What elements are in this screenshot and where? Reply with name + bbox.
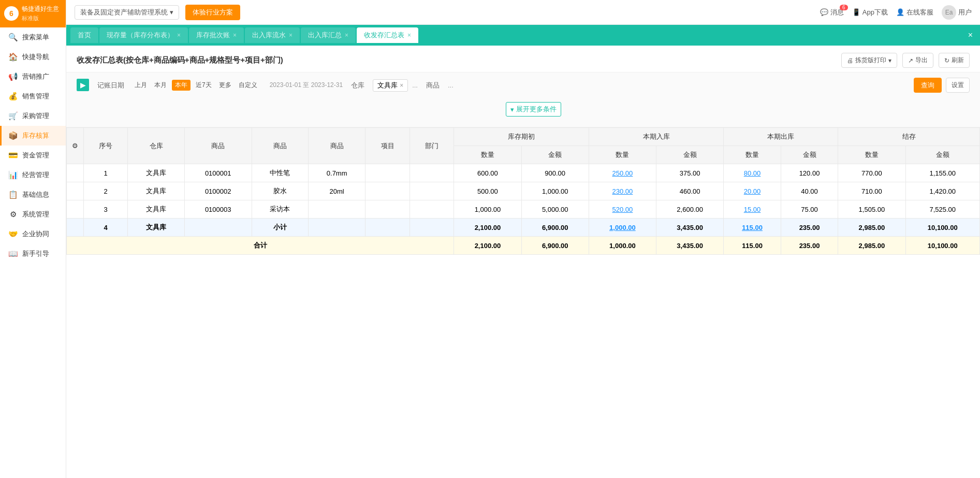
sidebar-item-sales[interactable]: 💰销售管理	[0, 86, 66, 106]
user-label: 用户	[958, 8, 972, 17]
table-cell: 6,900.00	[521, 219, 589, 237]
sidebar-item-label: 经营管理	[22, 170, 49, 180]
sidebar-item-finance[interactable]: 💳资金管理	[0, 146, 66, 165]
col-bal-amt-header: 金额	[905, 146, 980, 164]
base-info-icon: 📋	[8, 190, 18, 199]
tab-inventory-dist[interactable]: 现存量（库存分布表）×	[99, 27, 188, 43]
chevron-down-icon: ▾	[888, 57, 891, 64]
export-button[interactable]: ↗ 导出	[902, 53, 933, 68]
expand-conditions-button[interactable]: ▾ 展开更多条件	[506, 102, 561, 117]
print-button[interactable]: 🖨 拣货版打印 ▾	[841, 53, 897, 68]
table-cell[interactable]: 115.00	[724, 219, 781, 237]
message-badge: 6	[840, 5, 848, 10]
goods-label: 商品	[426, 81, 440, 90]
date-btn-custom[interactable]: 自定义	[237, 80, 259, 91]
table-cell: 600.00	[454, 164, 521, 182]
refresh-button[interactable]: ↻ 刷新	[939, 53, 970, 68]
tab-close-flow[interactable]: ×	[289, 32, 292, 39]
sidebar-item-business[interactable]: 📊经营管理	[0, 165, 66, 185]
table-cell	[365, 219, 409, 237]
table-row: 1文具库0100001中性笔0.7mm600.00900.00250.00375…	[67, 164, 980, 182]
sidebar-item-enterprise[interactable]: 🤝企业协同	[0, 224, 66, 244]
table-cell: 235.00	[781, 219, 838, 237]
purchase-icon: 🛒	[8, 111, 18, 121]
table-cell[interactable]: 1,000.00	[589, 219, 656, 237]
footer-out-qty: 115.00	[724, 237, 781, 255]
tab-close-summary[interactable]: ×	[345, 32, 348, 39]
date-btn-7days[interactable]: 近7天	[194, 80, 214, 91]
footer-in-qty: 1,000.00	[589, 237, 656, 255]
date-btn-this-month[interactable]: 本月	[152, 80, 169, 91]
tabbar-close-all[interactable]: ×	[965, 31, 976, 40]
footer-label: 合计	[67, 237, 454, 255]
app-download-item[interactable]: 📱 App下载	[852, 8, 888, 17]
col-in-qty-header: 数量	[589, 146, 656, 164]
col-dept-header: 部门	[409, 128, 454, 164]
sidebar-item-marketing[interactable]: 📢营销推广	[0, 67, 66, 86]
col-in-amt-header: 金额	[656, 146, 724, 164]
table-cell: 3,435.00	[656, 219, 724, 237]
date-btn-more[interactable]: 更多	[217, 80, 233, 91]
table-cell[interactable]: 80.00	[724, 164, 781, 182]
table-cell: 0.7mm	[308, 164, 365, 182]
print-icon: 🖨	[847, 57, 853, 64]
table-cell[interactable]: 250.00	[589, 164, 656, 182]
sidebar-item-quick-nav[interactable]: 🏠快捷导航	[0, 47, 66, 67]
finance-icon: 💳	[8, 151, 18, 160]
tab-close-inventory-dist[interactable]: ×	[177, 32, 181, 39]
date-btn-last-month[interactable]: 上月	[133, 80, 149, 91]
warehouse-more[interactable]: ...	[412, 81, 418, 89]
date-btn-this-year[interactable]: 本年	[172, 80, 191, 91]
table-row: 3文具库0100003采访本1,000.005,000.00520.002,60…	[67, 200, 980, 219]
sidebar-item-search[interactable]: 🔍搜索菜单	[0, 27, 66, 47]
topbar-right: 💬 消息 6 📱 App下载 👤 在线客服 Ea 用户	[820, 5, 972, 20]
enterprise-icon: 🤝	[8, 229, 18, 239]
sidebar-item-base-info[interactable]: 📋基础信息	[0, 185, 66, 205]
footer-bal-amt: 10,100.00	[905, 237, 980, 255]
table-cell: 460.00	[656, 182, 724, 200]
sidebar-item-inventory[interactable]: 📦库存核算	[0, 126, 66, 146]
table-cell	[67, 164, 84, 182]
tab-summary[interactable]: 出入库汇总×	[301, 27, 356, 43]
user-item[interactable]: Ea 用户	[942, 5, 972, 20]
sidebar-item-label: 销售管理	[22, 92, 49, 101]
col-settings-header[interactable]: ⚙	[67, 128, 84, 164]
tab-recv-send[interactable]: 收发存汇总表×	[357, 27, 418, 43]
table-cell	[409, 182, 454, 200]
table-cell[interactable]: 230.00	[589, 182, 656, 200]
settings-button[interactable]: 设置	[946, 78, 970, 93]
goods-more[interactable]: ...	[448, 81, 454, 89]
table-cell: 7,525.00	[905, 200, 980, 219]
data-table: ⚙ 序号 仓库 商品 商品 商品 项目 部门 库存期初 本期入库 本期出库 结存	[66, 127, 980, 255]
experience-button[interactable]: 体验行业方案	[185, 5, 240, 20]
table-cell[interactable]: 20.00	[724, 182, 781, 200]
system-icon: ⚙	[8, 210, 18, 219]
tab-close-batch-ledger[interactable]: ×	[233, 32, 237, 39]
tab-flow[interactable]: 出入库流水×	[245, 27, 300, 43]
col-code-header: 商品	[184, 128, 252, 164]
table-cell[interactable]: 520.00	[589, 200, 656, 219]
table-cell: 文具库	[128, 200, 184, 219]
system-selector[interactable]: 装备及固定资产辅助管理系统 ▾	[75, 5, 179, 20]
col-spec-header: 商品	[308, 128, 365, 164]
online-service-item[interactable]: 👤 在线客服	[896, 8, 933, 17]
online-service-label: 在线客服	[906, 8, 933, 17]
col-no-header: 序号	[84, 128, 128, 164]
warehouse-tag-close[interactable]: ×	[400, 82, 403, 89]
col-open-qty-header: 数量	[454, 146, 521, 164]
quick-nav-icon: 🏠	[8, 52, 18, 62]
table-cell	[67, 200, 84, 219]
sidebar-item-label: 搜索菜单	[22, 33, 49, 42]
tab-batch-ledger[interactable]: 库存批次账×	[189, 27, 244, 43]
sidebar-item-label: 营销推广	[22, 72, 49, 81]
table-cell: 0100003	[184, 200, 252, 219]
query-button[interactable]: 查询	[914, 78, 942, 93]
sidebar-item-system[interactable]: ⚙系统管理	[0, 205, 66, 224]
tab-home[interactable]: 首页	[70, 27, 98, 43]
sidebar-item-purchase[interactable]: 🛒采购管理	[0, 106, 66, 126]
tab-close-recv-send[interactable]: ×	[407, 32, 411, 39]
filter-toggle-button[interactable]: ▶	[77, 79, 89, 91]
messages-item[interactable]: 💬 消息 6	[820, 8, 844, 17]
sidebar-item-guide[interactable]: 📖新手引导	[0, 244, 66, 264]
table-cell[interactable]: 15.00	[724, 200, 781, 219]
